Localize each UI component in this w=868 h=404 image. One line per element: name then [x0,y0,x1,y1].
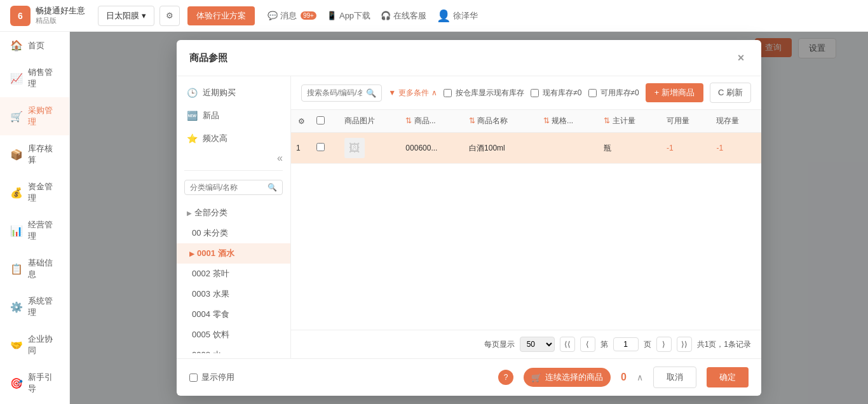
main-layout: 🏠 首页 📈 销售管理 🛒 采购管理 📦 库存核算 💰 资金管理 📊 经营管理 … [0,32,868,404]
nav-dropdown[interactable]: 日太阳膜 ▾ [98,6,154,26]
cat-tea[interactable]: 0002 茶叶 [177,264,290,284]
product-modal: 商品参照 × 🕒 近期购买 🆕 新品 [177,40,761,396]
sidebar-item-finance[interactable]: 💰 资金管理 [0,173,69,212]
search-icon: 🔍 [268,183,277,192]
next-page-button[interactable]: ⟩ [656,337,672,352]
gear-button[interactable]: ⚙ [159,6,180,26]
modal-overlay: 商品参照 × 🕒 近期购买 🆕 新品 [70,32,868,404]
collapse-footer-button[interactable]: ∧ [637,372,643,382]
modal-toolbar: 🔍 ▼ 更多条件 ∧ 按仓库显示现有库存 [291,76,761,110]
nav-online-service[interactable]: 🎧 在线客服 [381,10,426,22]
cat-snack[interactable]: 0004 零食 [177,304,290,325]
frequent-icon: ⭐ [187,133,198,144]
sidebar-item-guide[interactable]: 🎯 新手引导 [0,364,69,402]
show-disabled-input[interactable] [189,374,198,382]
per-page-label: 每页显示 [484,339,515,350]
checkbox-current-input[interactable] [531,89,539,97]
collapse-left-icon[interactable]: « [275,150,285,166]
sidebar-item-inventory[interactable]: 📦 库存核算 [0,135,69,173]
sidebar-item-sales[interactable]: 📈 销售管理 [0,59,69,97]
cat-water[interactable]: 0008 水 [177,345,290,353]
nav-app-download[interactable]: 📱 App下载 [327,10,370,22]
per-page-select[interactable]: 50 10 20 100 [520,337,555,352]
last-page-button[interactable]: ⟩⟩ [677,337,692,352]
search-product-icon: 🔍 [366,88,376,98]
col-checkbox[interactable] [311,110,339,133]
category-search-input[interactable] [190,183,265,192]
table-row[interactable]: 1 🖼 000600... 白酒100ml [291,133,761,164]
filter-arrow-icon: ∧ [431,88,437,97]
col-stock: 现存量 [711,110,761,133]
enterprise-icon: 🤝 [10,339,23,351]
category-search-box[interactable]: 🔍 [184,180,283,195]
sidebar-item-system[interactable]: ⚙️ 系统管理 [0,288,69,326]
sidebar-item-purchase[interactable]: 🛒 采购管理 [0,97,69,135]
cat-fruit[interactable]: 0003 水果 [177,284,290,304]
new-product-item[interactable]: 🆕 新品 [177,104,290,127]
content-area: 查询 设置 商品参照 × 🕒 近期购买 [70,32,868,404]
sidebar-label-sales: 销售管理 [28,67,59,90]
sidebar-label-purchase: 采购管理 [28,105,59,128]
checkbox-available-stock[interactable]: 可用库存≠0 [588,88,639,98]
product-search-input[interactable] [307,88,362,97]
page-number-input[interactable] [613,337,639,351]
nav-right: 💬 消息 99+ 📱 App下载 🎧 在线客服 👤 徐泽华 [268,9,478,23]
chevron-down-icon: ▾ [142,11,146,20]
checkbox-current-stock[interactable]: 现有库存≠0 [531,88,581,98]
sales-icon: 📈 [10,72,23,84]
modal-right-panel: 🔍 ▼ 更多条件 ∧ 按仓库显示现有库存 [291,76,761,358]
col-settings[interactable]: ⚙ [291,110,311,133]
row-image: 🖼 [339,133,401,164]
row-name: 白酒100ml [464,133,538,164]
nav-user[interactable]: 👤 徐泽华 [437,9,478,23]
nav-messages[interactable]: 💬 消息 99+ [268,10,316,22]
nav-dropdown-label: 日太阳膜 [106,10,139,22]
col-code[interactable]: ⇅ 商品... [400,110,464,133]
row-checkbox-input[interactable] [316,143,325,151]
logo-text: 畅捷通好生意 [36,6,85,17]
first-page-button[interactable]: ⟨⟨ [560,337,575,352]
confirm-button[interactable]: 确定 [707,367,749,387]
username: 徐泽华 [453,10,478,22]
sidebar-item-home[interactable]: 🏠 首页 [0,32,69,59]
sort-code-icon: ⇅ [405,116,412,125]
modal-header: 商品参照 × [177,40,761,76]
col-unit[interactable]: ⇅ 主计量 [599,110,661,133]
modal-close-button[interactable]: × [733,50,749,65]
sidebar-item-operations[interactable]: 📊 经营管理 [0,212,69,250]
modal-left-panel: 🕒 近期购买 🆕 新品 ⭐ 频次高 « [177,76,291,358]
cat-liquor[interactable]: ▶ 0001 酒水 [177,243,290,264]
cart-area[interactable]: 🛒 连续选择的商品 [524,368,611,387]
checkbox-available-input[interactable] [588,89,597,97]
sidebar-label-system: 系统管理 [28,295,59,318]
prev-page-button[interactable]: ⟨ [580,337,595,352]
sidebar-item-basics[interactable]: 📋 基础信息 [0,250,69,288]
sidebar-item-enterprise[interactable]: 🤝 企业协同 [0,326,69,364]
recent-icon: 🕒 [187,88,198,98]
filter-button[interactable]: ▼ 更多条件 ∧ [388,88,437,98]
refresh-button[interactable]: C 刷新 [710,83,751,103]
col-spec[interactable]: ⇅ 规格... [538,110,599,133]
cat-all[interactable]: ▶ 全部分类 [177,203,290,223]
col-name[interactable]: ⇅ 商品名称 [464,110,538,133]
checkbox-warehouse-input[interactable] [444,89,452,97]
select-all-checkbox[interactable] [316,116,325,125]
headset-icon: 🎧 [381,11,391,20]
purchase-icon: 🛒 [10,111,23,123]
cancel-button[interactable]: 取消 [653,367,696,388]
row-checkbox[interactable] [311,133,339,164]
cat-uncategorized[interactable]: 00 未分类 [177,223,290,243]
trial-button[interactable]: 体验行业方案 [187,6,255,25]
cat-beverage[interactable]: 0005 饮料 [177,325,290,345]
help-icon-button[interactable]: ? [498,370,513,385]
add-product-button[interactable]: + 新增商品 [646,83,703,102]
checkbox-warehouse-stock[interactable]: 按仓库显示现有库存 [444,88,524,98]
sidebar-label-finance: 资金管理 [28,181,59,204]
frequent-item[interactable]: ⭐ 频次高 [177,127,290,150]
show-disabled-checkbox[interactable]: 显示停用 [189,372,234,383]
home-icon: 🏠 [10,39,23,51]
guide-icon: 🎯 [10,377,23,389]
product-search-box[interactable]: 🔍 [301,84,382,102]
sidebar-label-home: 首页 [28,40,44,51]
recent-purchase-item[interactable]: 🕒 近期购买 [177,81,290,104]
